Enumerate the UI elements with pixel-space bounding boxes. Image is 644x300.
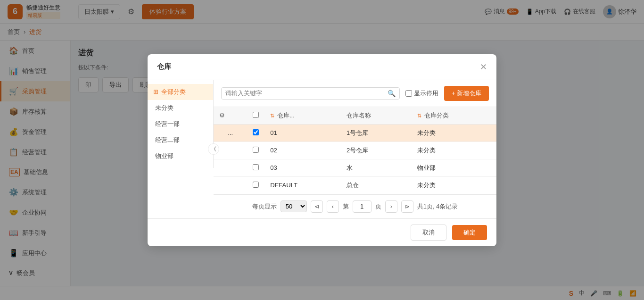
row-checkbox-1[interactable] (253, 129, 259, 135)
table-row[interactable]: 03 水 物业部 (214, 159, 496, 176)
per-page-select[interactable]: 50 10 20 100 (281, 200, 307, 212)
row-gear-4[interactable] (214, 176, 247, 194)
show-disabled-label: 显示停用 (414, 89, 438, 98)
pagination-bar: 每页显示 50 10 20 100 ⊲ ‹ 第 页 › ⊳ 共1页, 4条记录 (214, 194, 496, 218)
all-categories-item[interactable]: ⊞ 全部分类 (148, 84, 213, 100)
show-disabled-checkbox[interactable] (405, 90, 412, 97)
all-categories-label: 全部分类 (161, 88, 186, 96)
first-page-button[interactable]: ⊲ (311, 200, 323, 213)
page-label: 第 (343, 202, 349, 211)
confirm-button[interactable]: 确定 (452, 225, 487, 240)
new-warehouse-button[interactable]: + 新增仓库 (444, 86, 489, 101)
row-category-3: 物业部 (412, 159, 496, 176)
row-number-4: DEFAULT (264, 176, 341, 194)
row-check-4[interactable] (247, 176, 264, 194)
row-category-1: 未分类 (412, 124, 496, 142)
row-name-3: 水 (341, 159, 412, 176)
table-row[interactable]: 02 2号仓库 未分类 (214, 142, 496, 159)
th-category-label: 仓库分类 (424, 112, 449, 119)
last-page-button[interactable]: ⊳ (401, 200, 413, 213)
row-check-1[interactable] (247, 124, 264, 142)
modal-footer: 取消 确定 (148, 218, 496, 246)
row-checkbox-2[interactable] (253, 147, 259, 153)
cancel-button[interactable]: 取消 (411, 225, 446, 241)
total-info: 共1页, 4条记录 (417, 202, 458, 211)
modal-overlay: 仓库 ✕ ⊞ 全部分类 未分类 经营一部 经营二部 物业部 《 (0, 0, 644, 300)
show-disabled-option: 显示停用 (405, 89, 438, 98)
modal-sidebar-wrapper: ⊞ 全部分类 未分类 经营一部 经营二部 物业部 《 (148, 80, 214, 218)
next-page-button[interactable]: › (385, 200, 397, 213)
prev-page-button[interactable]: ‹ (327, 200, 339, 213)
modal-close-button[interactable]: ✕ (480, 62, 487, 72)
row-name-1: 1号仓库 (341, 124, 412, 142)
row-category-4: 未分类 (412, 176, 496, 194)
row-check-2[interactable] (247, 142, 264, 159)
th-gear[interactable]: ⚙ (214, 107, 247, 125)
row-checkbox-3[interactable] (253, 164, 259, 170)
modal-content-area: 🔍 显示停用 + 新增仓库 ⚙ (214, 80, 496, 218)
row-category-2: 未分类 (412, 142, 496, 159)
row-checkbox-4[interactable] (253, 182, 259, 188)
select-all-checkbox[interactable] (253, 112, 259, 118)
th-name-label: 仓库名称 (347, 112, 371, 119)
warehouse-table: ⚙ ⇅ 仓库... 仓库名称 (214, 107, 496, 194)
warehouse-modal: 仓库 ✕ ⊞ 全部分类 未分类 经营一部 经营二部 物业部 《 (148, 54, 496, 246)
table-row[interactable]: ... 01 1号仓库 未分类 (214, 124, 496, 142)
category-item-ops2[interactable]: 经营二部 (148, 132, 213, 148)
row-name-4: 总仓 (341, 176, 412, 194)
th-check (247, 107, 264, 125)
category-item-ops1[interactable]: 经营一部 (148, 116, 213, 132)
current-page-input[interactable] (353, 200, 372, 213)
th-name: 仓库名称 (341, 107, 412, 125)
per-page-label: 每页显示 (252, 202, 277, 211)
modal-body: ⊞ 全部分类 未分类 经营一部 经营二部 物业部 《 🔍 (148, 80, 496, 218)
row-check-3[interactable] (247, 159, 264, 176)
modal-category-sidebar: ⊞ 全部分类 未分类 经营一部 经营二部 物业部 (148, 80, 214, 168)
row-gear-3[interactable] (214, 159, 247, 176)
row-number-3: 03 (264, 159, 341, 176)
sort-icon-category: ⇅ (417, 113, 421, 118)
modal-header: 仓库 ✕ (148, 54, 496, 80)
page-suffix: 页 (375, 202, 381, 211)
th-number[interactable]: ⇅ 仓库... (264, 107, 341, 125)
category-item-unclassified[interactable]: 未分类 (148, 100, 213, 116)
table-header-row: ⚙ ⇅ 仓库... 仓库名称 (214, 107, 496, 125)
modal-title: 仓库 (157, 62, 171, 71)
th-number-label: 仓库... (277, 112, 295, 119)
search-icon[interactable]: 🔍 (388, 90, 396, 97)
table-body: ... 01 1号仓库 未分类 (214, 124, 496, 194)
search-box: 🔍 (221, 87, 400, 100)
th-category[interactable]: ⇅ 仓库分类 (412, 107, 496, 125)
row-name-2: 2号仓库 (341, 142, 412, 159)
sort-icon-number: ⇅ (270, 113, 274, 118)
row-number-1: 01 (264, 124, 341, 142)
modal-toolbar: 🔍 显示停用 + 新增仓库 (214, 80, 496, 107)
grid-icon: ⊞ (153, 88, 158, 95)
row-number-2: 02 (264, 142, 341, 159)
table-row[interactable]: DEFAULT 总仓 未分类 (214, 176, 496, 194)
search-input[interactable] (225, 90, 388, 97)
modal-table-wrapper: ⚙ ⇅ 仓库... 仓库名称 (214, 107, 496, 194)
category-item-property[interactable]: 物业部 (148, 148, 213, 164)
collapse-sidebar-button[interactable]: 《 (208, 143, 219, 155)
row-gear-1[interactable]: ... (214, 124, 247, 142)
